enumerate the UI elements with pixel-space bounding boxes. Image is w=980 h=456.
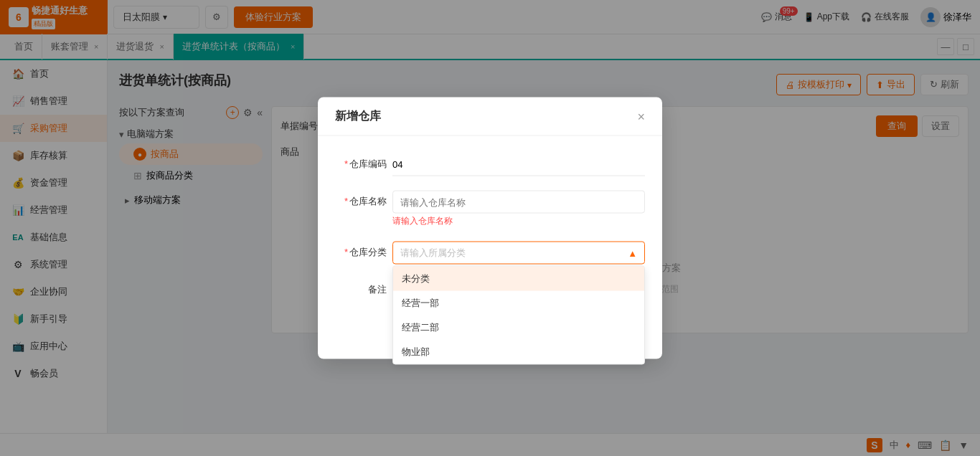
code-input[interactable]: [392, 153, 645, 176]
dropdown-item-uncategorized[interactable]: 未分类: [393, 267, 644, 291]
name-control: 请输入仓库名称: [392, 191, 645, 227]
add-warehouse-dialog: 新增仓库 × 仓库编码 仓库名称 请输入仓库名称 仓库分类 请输入所属分类 ▲: [318, 98, 662, 359]
dialog-title: 新增仓库: [335, 109, 381, 124]
name-label: 仓库名称: [335, 191, 392, 208]
dialog-body: 仓库编码 仓库名称 请输入仓库名称 仓库分类 请输入所属分类 ▲: [318, 136, 662, 313]
notes-label: 备注: [335, 279, 392, 296]
dropdown-item-property[interactable]: 物业部: [393, 340, 644, 364]
form-row-name: 仓库名称 请输入仓库名称: [335, 191, 645, 227]
dropdown-item-dept1[interactable]: 经营一部: [393, 291, 644, 315]
category-select[interactable]: 请输入所属分类 ▲: [392, 242, 645, 265]
dialog-close-button[interactable]: ×: [637, 110, 645, 123]
dropdown-item-dept2[interactable]: 经营二部: [393, 315, 644, 340]
name-error-msg: 请输入仓库名称: [392, 215, 645, 227]
category-control: 请输入所属分类 ▲ 未分类 经营一部 经营二部 物业部: [392, 242, 645, 265]
dialog-header: 新增仓库 ×: [318, 98, 662, 136]
category-placeholder: 请输入所属分类: [400, 247, 466, 260]
category-label: 仓库分类: [335, 242, 392, 259]
category-dropdown: 未分类 经营一部 经营二部 物业部: [392, 266, 645, 365]
code-control: [392, 153, 645, 176]
category-chevron-icon: ▲: [628, 247, 637, 258]
name-input[interactable]: [392, 191, 645, 214]
code-label: 仓库编码: [335, 153, 392, 171]
form-row-category: 仓库分类 请输入所属分类 ▲ 未分类 经营一部 经营二部 物业部: [335, 242, 645, 265]
form-row-code: 仓库编码: [335, 153, 645, 176]
